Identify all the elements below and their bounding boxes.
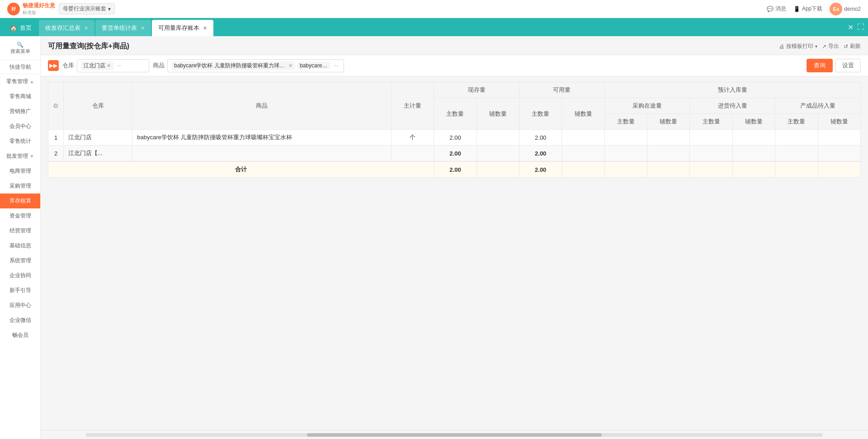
sidebar: 🔍 搜索菜单 快捷导航 零售管理 ▲ 零售商城 营销推广 会员中心 零售统计 批… bbox=[0, 36, 41, 439]
sidebar-item-inventory-check[interactable]: 库存核算 bbox=[0, 194, 40, 208]
refresh-button[interactable]: ↺ 刷新 bbox=[844, 42, 861, 50]
avail-sub-qty-header: 辅数量 bbox=[562, 98, 604, 130]
purchase-sub-header: 辅数量 bbox=[647, 114, 690, 130]
remove-product-icon[interactable]: ✕ bbox=[288, 63, 292, 69]
avatar: Ea bbox=[830, 3, 842, 15]
total-row: 合计 2.00 2.00 bbox=[48, 161, 861, 178]
inbound-sub-header: 辅数量 bbox=[732, 114, 775, 130]
pur-main-cell bbox=[604, 130, 647, 146]
quick-nav-button[interactable]: 快捷导航 bbox=[0, 61, 40, 74]
tab-order-stats[interactable]: 要货单统计表 ✕ bbox=[95, 20, 151, 36]
total-stock-sub bbox=[476, 161, 519, 178]
total-label: 合计 bbox=[48, 161, 434, 178]
inbound-pending-header: 进货待入量 bbox=[690, 98, 775, 114]
total-inb-main bbox=[690, 161, 732, 178]
prod-main-cell bbox=[775, 130, 818, 146]
sidebar-item-ops-mgmt[interactable]: 经营管理 bbox=[0, 223, 40, 238]
total-pur-sub bbox=[647, 161, 690, 178]
page-title: 可用量查询(按仓库+商品) bbox=[48, 42, 129, 51]
filter-actions: 查询 设置 bbox=[807, 59, 861, 72]
product-input[interactable]: babycare学饮杯 儿童防摔防撞吸管杯重力球吸嘴杯宝宝水杯 ✕ babyca… bbox=[167, 59, 344, 72]
product-tag-1: babycare学饮杯 儿童防摔防撞吸管杯重力球吸嘴杯宝宝水杯 ✕ bbox=[171, 61, 295, 70]
sidebar-item-marketing[interactable]: 营销推广 bbox=[0, 104, 40, 119]
seq-cell: 1 bbox=[48, 130, 64, 146]
app-download-button[interactable]: 📱 App下载 bbox=[793, 5, 822, 13]
horizontal-scrollbar[interactable] bbox=[86, 433, 823, 437]
close-window-icon[interactable]: ✕ bbox=[848, 23, 854, 32]
total-pur-main bbox=[604, 161, 647, 178]
close-icon[interactable]: ✕ bbox=[141, 25, 145, 31]
settings-button[interactable]: 设置 bbox=[835, 59, 861, 72]
warehouse-cell: 江北门店 bbox=[64, 130, 132, 146]
inb-main-cell bbox=[690, 146, 732, 162]
avail-sub-cell bbox=[562, 130, 604, 146]
table-footer bbox=[41, 430, 868, 439]
page-actions: 🖨 按模板打印 ▾ ↗ 导出 ↺ 刷新 bbox=[779, 42, 861, 50]
sidebar-item-ecommerce-mgmt[interactable]: 电商管理 bbox=[0, 164, 40, 179]
close-icon[interactable]: ✕ bbox=[203, 25, 207, 31]
data-table: ⚙ 仓库 商品 主计量 现存量 可用量 预计入库量 主数量 辅数量 主数量 辅数… bbox=[48, 82, 861, 178]
message-icon: 💬 bbox=[767, 6, 774, 12]
tab-home[interactable]: 🏠 首页 bbox=[4, 20, 38, 36]
table-area: ⚙ 仓库 商品 主计量 现存量 可用量 预计入库量 主数量 辅数量 主数量 辅数… bbox=[41, 76, 868, 430]
sidebar-search: 🔍 搜索菜单 bbox=[0, 36, 40, 61]
search-icon: 🔍 bbox=[17, 42, 24, 48]
chevron-down-icon: ▾ bbox=[815, 44, 817, 49]
sidebar-item-enterprise-collab[interactable]: 企业协同 bbox=[0, 268, 40, 283]
scrollbar-thumb[interactable] bbox=[307, 433, 602, 437]
sidebar-item-retail-mgmt[interactable]: 零售管理 ▲ bbox=[0, 74, 40, 89]
close-icon[interactable]: ✕ bbox=[84, 25, 88, 31]
avail-sub-cell bbox=[562, 146, 604, 162]
warehouse-input[interactable]: 江北门店 ✕ ··· bbox=[77, 59, 149, 72]
sidebar-item-retail-mall[interactable]: 零售商城 bbox=[0, 89, 40, 104]
sidebar-item-finance-mgmt[interactable]: 资金管理 bbox=[0, 208, 40, 223]
refresh-icon: ↺ bbox=[844, 43, 848, 50]
remove-warehouse-icon[interactable]: ✕ bbox=[107, 63, 111, 69]
query-button[interactable]: 查询 bbox=[807, 59, 833, 72]
inb-sub-cell bbox=[732, 130, 775, 146]
main-unit-col-header: 主计量 bbox=[391, 82, 434, 130]
planned-inbound-header: 预计入库量 bbox=[604, 82, 860, 98]
settings-icon[interactable]: ⚙ bbox=[53, 102, 59, 109]
logo-icon: 好 bbox=[7, 3, 20, 15]
total-inb-sub bbox=[732, 161, 775, 178]
tenant-select[interactable]: 母婴行业演示账套 ▾ bbox=[59, 3, 115, 14]
sidebar-item-vip-member[interactable]: 畅会员 bbox=[0, 328, 40, 343]
sidebar-item-wholesale-mgmt[interactable]: 批发管理 ▼ bbox=[0, 149, 40, 164]
nav-tabs: 🏠 首页 收发存汇总表 ✕ 要货单统计表 ✕ 可用量库存账本 ✕ ✕ ⛶ bbox=[0, 18, 868, 36]
available-header: 可用量 bbox=[519, 82, 605, 98]
sidebar-item-enterprise-wechat[interactable]: 企业微信 bbox=[0, 313, 40, 328]
product-sub-header: 辅数量 bbox=[818, 114, 860, 130]
sidebar-item-basic-info[interactable]: 基础信息 bbox=[0, 238, 40, 253]
sidebar-item-purchase-mgmt[interactable]: 采购管理 bbox=[0, 179, 40, 194]
chevron-down-icon: ▾ bbox=[108, 6, 111, 12]
sidebar-item-member-center[interactable]: 会员中心 bbox=[0, 119, 40, 134]
warehouse-filter-group: 仓库 江北门店 ✕ ··· bbox=[62, 59, 149, 72]
content-area: 可用量查询(按仓库+商品) 🖨 按模板打印 ▾ ↗ 导出 ↺ 刷新 ▶▶ bbox=[41, 36, 868, 439]
product-cell bbox=[132, 146, 392, 162]
unit-cell: 个 bbox=[391, 130, 434, 146]
expand-filter-button[interactable]: ▶▶ bbox=[48, 60, 59, 71]
sidebar-item-app-center[interactable]: 应用中心 bbox=[0, 298, 40, 313]
print-icon: 🖨 bbox=[779, 43, 784, 50]
sidebar-item-sys-mgmt[interactable]: 系统管理 bbox=[0, 253, 40, 268]
search-menu-button[interactable]: 🔍 搜索菜单 bbox=[4, 40, 37, 57]
user-menu[interactable]: Ea demo2 bbox=[830, 3, 861, 15]
purchase-main-header: 主数量 bbox=[604, 114, 647, 130]
avail-main-cell: 2.00 bbox=[519, 146, 562, 162]
more-icon[interactable]: ··· bbox=[115, 62, 123, 69]
logo: 好 畅捷通好生意 标准版 bbox=[7, 2, 55, 16]
tab-available-stock[interactable]: 可用量库存账本 ✕ bbox=[152, 20, 213, 36]
maximize-icon[interactable]: ⛶ bbox=[857, 23, 864, 31]
sidebar-item-retail-stats[interactable]: 零售统计 bbox=[0, 134, 40, 149]
export-button[interactable]: ↗ 导出 bbox=[822, 42, 839, 50]
more-icon[interactable]: ··· bbox=[332, 62, 340, 69]
product-tag-2: babycare… bbox=[297, 62, 330, 69]
table-row: 1 江北门店 babycare学饮杯 儿童防摔防撞吸管杯重力球吸嘴杯宝宝水杯 个… bbox=[48, 130, 861, 146]
tab-receive-summary[interactable]: 收发存汇总表 ✕ bbox=[39, 20, 94, 36]
warehouse-cell: 江北门店【... bbox=[64, 146, 132, 162]
template-print-button[interactable]: 🖨 按模板打印 ▾ bbox=[779, 42, 817, 50]
message-button[interactable]: 💬 消息 bbox=[767, 5, 786, 13]
sidebar-item-new-guide[interactable]: 新手引导 bbox=[0, 283, 40, 298]
product-filter-group: 商品 babycare学饮杯 儿童防摔防撞吸管杯重力球吸嘴杯宝宝水杯 ✕ bab… bbox=[153, 59, 344, 72]
